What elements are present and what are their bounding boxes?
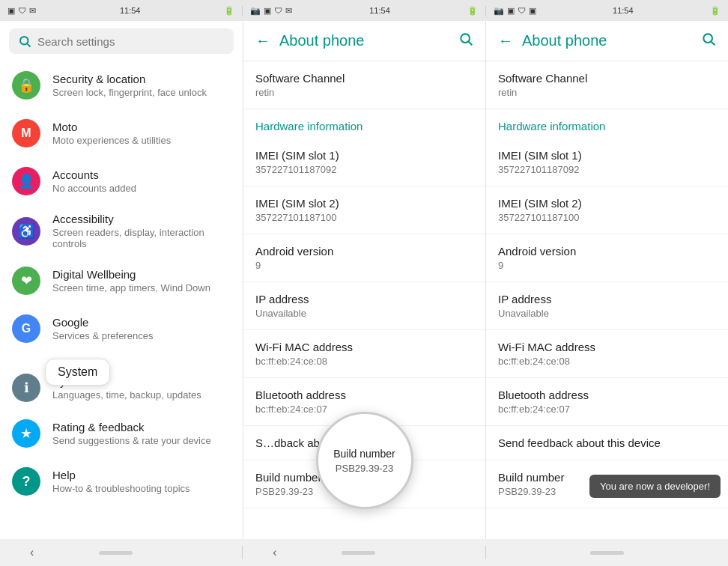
accounts-title: Accounts	[52, 168, 231, 181]
status-icons-left-2: 📷 ▣ 🛡 ✉	[250, 6, 292, 16]
info-imei2-1[interactable]: IMEI (SIM slot 2) 357227101187100	[243, 186, 485, 234]
system-icon-circle: ℹ	[12, 374, 40, 402]
info-imei1-1[interactable]: IMEI (SIM slot 1) 357227101187092	[243, 139, 485, 186]
shield-icon-1: 🛡	[18, 6, 26, 15]
system-item-wrapper: System ℹ System Languages, time, backup,…	[0, 353, 243, 410]
status-time-1: 11:54	[120, 6, 141, 15]
status-time-2: 11:54	[369, 6, 390, 15]
accessibility-item-text: Accessibility Screen readers, display, i…	[52, 213, 231, 249]
info-android-version-1[interactable]: Android version 9	[243, 234, 485, 282]
nav-back-1[interactable]: ‹	[30, 546, 34, 559]
battery-icon-3: 🔋	[710, 6, 721, 16]
panel-content-2: Software Channel retin Hardware informat…	[486, 61, 728, 539]
svg-line-1	[27, 43, 30, 46]
info-send-feedback-2[interactable]: Send feedback about this device	[486, 426, 728, 460]
settings-item-security[interactable]: 🔒 Security & location Screen lock, finge…	[0, 61, 243, 109]
info-bluetooth-2[interactable]: Bluetooth address bc:ff:eb:24:ce:07	[486, 378, 728, 426]
build-circle-value: PSB29.39-23	[336, 463, 393, 474]
imei1-value-2: 357227101187092	[498, 164, 716, 175]
nav-segment-1: ‹	[0, 546, 243, 559]
settings-item-accounts[interactable]: 👤 Accounts No accounts added	[0, 157, 243, 205]
imei1-label-1: IMEI (SIM slot 1)	[255, 149, 473, 162]
info-ip-address-1[interactable]: IP address Unavailable	[243, 282, 485, 330]
nav-segment-3	[486, 551, 728, 555]
info-imei2-2[interactable]: IMEI (SIM slot 2) 357227101187100	[486, 186, 728, 234]
rating-item-text: Rating & feedback Send suggestions & rat…	[52, 421, 231, 446]
nav-home-1[interactable]	[99, 551, 133, 555]
info-android-version-2[interactable]: Android version 9	[486, 234, 728, 282]
info-imei1-2[interactable]: IMEI (SIM slot 1) 357227101187092	[486, 139, 728, 186]
photo-icon-1: 📷	[250, 6, 261, 16]
settings-item-moto[interactable]: M Moto Moto experiences & utilities	[0, 109, 243, 157]
help-title: Help	[52, 469, 231, 481]
settings-item-system[interactable]: ℹ System Languages, time, backup, update…	[0, 353, 243, 410]
imei2-label-1: IMEI (SIM slot 2)	[255, 197, 473, 210]
settings-item-accessibility[interactable]: ♿ Accessibility Screen readers, display,…	[0, 205, 243, 257]
security-subtitle: Screen lock, fingerprint, face unlock	[52, 87, 231, 98]
svg-point-0	[20, 37, 28, 45]
info-ip-address-2[interactable]: IP address Unavailable	[486, 282, 728, 330]
imei2-value-1: 357227101187100	[255, 212, 473, 223]
send-feedback-label-2: Send feedback about this device	[498, 436, 716, 449]
status-segment-1: ▣ 🛡 ✉ 11:54 🔋	[0, 6, 243, 16]
imei1-value-1: 357227101187092	[255, 164, 473, 175]
hardware-info-header-1: Hardware information	[243, 109, 485, 139]
system-tooltip: System	[45, 359, 110, 386]
search-icon	[18, 34, 31, 48]
wifi-mac-value-1: bc:ff:eb:24:ce:08	[255, 356, 473, 367]
wifi-mac-label-2: Wi-Fi MAC address	[498, 341, 716, 353]
shield-icon-2: 🛡	[274, 6, 282, 15]
bluetooth-label-1: Bluetooth address	[255, 389, 473, 401]
app-icon-1: ▣	[7, 6, 15, 16]
settings-item-help[interactable]: ? Help How-to & troubleshooting topics	[0, 457, 243, 505]
panel-header-1: ← About phone	[243, 21, 485, 61]
status-bar: ▣ 🛡 ✉ 11:54 🔋 📷 ▣ 🛡 ✉ 11:54 🔋 📷 ▣ 🛡 ▣ 11…	[0, 0, 728, 21]
settings-item-rating[interactable]: ★ Rating & feedback Send suggestions & r…	[0, 410, 243, 457]
panel-search-button-2[interactable]	[701, 31, 716, 50]
settings-item-digital-wellbeing[interactable]: ❤ Digital Wellbeing Screen time, app tim…	[0, 257, 243, 305]
back-button-2[interactable]: ←	[498, 32, 513, 49]
moto-item-text: Moto Moto experiences & utilities	[52, 121, 231, 146]
settings-item-google[interactable]: G Google Services & preferences	[0, 305, 243, 353]
nav-back-2[interactable]: ‹	[273, 546, 276, 559]
wellbeing-icon-circle: ❤	[12, 267, 40, 295]
software-channel-value-2: retin	[498, 87, 716, 98]
info-software-channel-2[interactable]: Software Channel retin	[486, 61, 728, 109]
status-segment-2: 📷 ▣ 🛡 ✉ 11:54 🔋	[243, 6, 485, 16]
search-bar-container[interactable]	[9, 28, 234, 54]
app-icon-4: ▣	[529, 6, 536, 16]
google-subtitle: Services & preferences	[52, 330, 231, 341]
ip-address-value-2: Unavailable	[498, 308, 716, 319]
accessibility-title: Accessibility	[52, 213, 231, 225]
app-icon-2: ▣	[264, 6, 271, 16]
settings-panel: 🔒 Security & location Screen lock, finge…	[0, 21, 243, 539]
svg-line-5	[712, 42, 715, 46]
back-button-1[interactable]: ←	[255, 32, 270, 49]
app-icon-3: ▣	[507, 6, 515, 16]
nav-home-3[interactable]	[590, 551, 624, 555]
panel-search-button-1[interactable]	[458, 31, 473, 50]
accessibility-subtitle: Screen readers, display, interaction con…	[52, 227, 231, 249]
security-title: Security & location	[52, 73, 231, 85]
rating-subtitle: Send suggestions & rate your device	[52, 435, 231, 446]
info-wifi-mac-1[interactable]: Wi-Fi MAC address bc:ff:eb:24:ce:08	[243, 330, 485, 378]
search-input[interactable]	[37, 35, 225, 48]
build-circle-label: Build number	[333, 448, 395, 460]
android-version-label-2: Android version	[498, 245, 716, 258]
google-title: Google	[52, 316, 231, 329]
help-icon-circle: ?	[12, 467, 40, 496]
bluetooth-label-2: Bluetooth address	[498, 389, 716, 401]
about-panel-1: ← About phone Software Channel retin Har…	[243, 21, 486, 539]
info-software-channel-1[interactable]: Software Channel retin	[243, 61, 485, 109]
rating-title: Rating & feedback	[52, 421, 231, 433]
nav-home-2[interactable]	[342, 551, 375, 555]
accounts-item-text: Accounts No accounts added	[52, 168, 231, 194]
moto-icon-circle: M	[12, 119, 40, 147]
wifi-mac-value-2: bc:ff:eb:24:ce:08	[498, 356, 716, 367]
ip-address-label-2: IP address	[498, 293, 716, 305]
android-version-value-1: 9	[255, 260, 473, 271]
info-wifi-mac-2[interactable]: Wi-Fi MAC address bc:ff:eb:24:ce:08	[486, 330, 728, 378]
build-number-circle[interactable]: Build number PSB29.39-23	[316, 412, 413, 509]
svg-point-4	[703, 34, 712, 43]
accounts-subtitle: No accounts added	[52, 183, 231, 194]
